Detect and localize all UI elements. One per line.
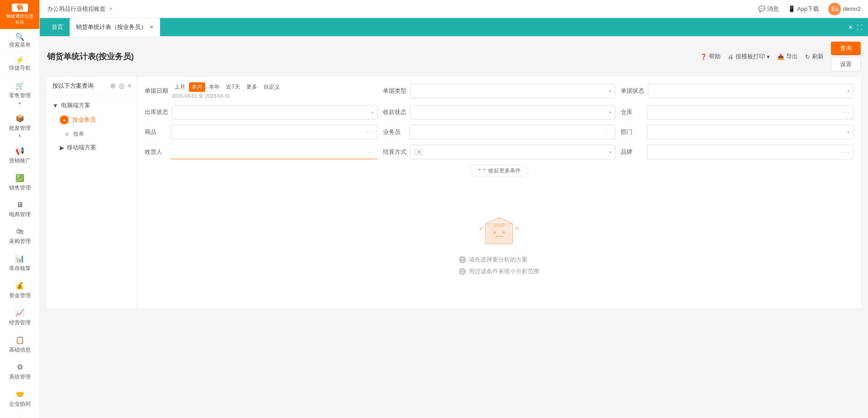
filter-receiver: 收货人 ··· [145, 145, 377, 159]
brand-control[interactable]: ··· [647, 145, 854, 159]
svg-point-3 [493, 231, 496, 234]
export-icon: 📤 [777, 53, 784, 60]
logo-text: 畅捷通好生意 [6, 13, 33, 19]
page-title: 销货单统计表(按业务员) [47, 51, 134, 62]
app-download-button[interactable]: 📱 App下载 [788, 5, 819, 13]
settings-scheme-icon[interactable]: ◎ [118, 81, 125, 90]
top-header: 办公用品行业模拟账套 ▾ 💬 消息 📱 App下载 Ea demo2 [40, 0, 868, 18]
sidebar-item-wholesale[interactable]: 📦 批发管理 ▲ [0, 109, 39, 142]
scheme-dot: ● [60, 115, 69, 124]
filter-payment: 结算方式 × [383, 145, 616, 159]
refresh-button[interactable]: ↻ 刷新 [805, 52, 824, 61]
left-panel-header: 按以下方案查询 ⊕ ◎ « [47, 77, 137, 95]
tab-home[interactable]: 首页 [45, 18, 70, 36]
sidebar-item-finance[interactable]: 💰 资金管理 [0, 277, 39, 304]
filter-doc-type: 单据类型 [383, 84, 616, 98]
help-button[interactable]: ❓ 帮助 [700, 52, 721, 61]
page-title-bar: 销货单统计表(按业务员) ❓ 帮助 🖨 按模板打印 ▾ 📤 导出 ↻ 刷新 [47, 42, 861, 71]
out-status-control[interactable] [172, 105, 377, 119]
mobile-category[interactable]: ▶ 移动端方案 [47, 141, 137, 154]
date-btn-more[interactable]: 更多 [244, 82, 260, 92]
scheme-item-salesperson[interactable]: ● 按业务员 [47, 112, 137, 128]
query-button[interactable]: 查询 [831, 42, 861, 55]
date-options-bar: 上月 本月 本年 近7天 更多 自定义 [172, 82, 377, 92]
collapse-button[interactable]: ⌃⌃ 收起更多条件 [470, 165, 528, 177]
desktop-category[interactable]: ▼ 电脑端方案 [47, 99, 137, 112]
scheme-sub-item-order[interactable]: ⊞ 按单 [47, 128, 137, 141]
payment-control[interactable]: × [410, 145, 616, 159]
header-actions: 💬 消息 📱 App下载 Ea demo2 [758, 3, 861, 15]
sidebar-item-operations[interactable]: 📈 经营管理 [0, 304, 39, 331]
sidebar-item-basic[interactable]: 📋 基础信息 [0, 331, 39, 358]
tab-report[interactable]: 销货单统计表（按业务员） ✕ [70, 18, 160, 36]
receiver-control[interactable]: ··· [171, 145, 377, 159]
settings-button[interactable]: 设置 [831, 57, 861, 71]
collapse-panel-icon[interactable]: « [127, 81, 132, 90]
date-btn-7days[interactable]: 近7天 [223, 82, 243, 92]
salesperson-dots: ··· [605, 128, 612, 136]
right-filter-panel: 单据日期 上月 本月 本年 近7天 更多 自定义 2023-03-01 至 20… [137, 77, 861, 308]
salesperson-control[interactable]: ··· [409, 125, 616, 139]
export-button[interactable]: 📤 导出 [777, 52, 798, 61]
ecommerce-icon: 🖥 [16, 201, 24, 209]
receipt-status-control[interactable] [410, 105, 616, 119]
order-icon: ⊞ [63, 131, 71, 138]
date-range-text: 2023-03-01 至 2023-03-31 [172, 93, 377, 100]
workspace-title: 办公用品行业模拟账套 [47, 5, 106, 13]
workspace-dropdown-icon[interactable]: ▾ [109, 5, 113, 12]
warehouse-control[interactable]: ··· [647, 105, 854, 119]
sidebar-item-purchase[interactable]: 🛍 采购管理 [0, 223, 39, 250]
department-label: 部门 [621, 128, 643, 136]
print-dropdown-icon: ▾ [767, 53, 770, 60]
filter-doc-status: 单据状态 [621, 84, 854, 98]
hint-step-1: 1 请先选择要分析的方案 [459, 256, 539, 264]
sidebar-item-search[interactable]: 🔍 搜索菜单 [0, 29, 39, 53]
sidebar-item-marketing[interactable]: 📢 营销推广 [0, 142, 39, 169]
receiver-label: 收货人 [145, 148, 167, 156]
marketing-icon: 📢 [15, 147, 24, 155]
tab-expand-icon[interactable]: ⛶ [857, 24, 863, 31]
svg-rect-2 [494, 223, 505, 227]
payment-tag-close[interactable]: × [418, 149, 421, 155]
sidebar-item-corp[interactable]: 🤝 企业协同 [0, 385, 39, 413]
logo-icon: 畅 [12, 4, 28, 12]
filter-out-status: 出库状态 [145, 105, 377, 119]
sidebar-item-inventory[interactable]: 📊 库存核算 [0, 250, 39, 277]
doc-status-control[interactable] [648, 84, 854, 98]
department-arrow [847, 130, 849, 135]
sidebar-item-retail[interactable]: 🛒 零售管理 ▲ [0, 77, 39, 109]
warehouse-label: 仓库 [621, 108, 643, 116]
tab-close-icon[interactable]: ✕ [149, 24, 154, 30]
date-btn-last-month[interactable]: 上月 [172, 82, 188, 92]
sidebar-item-quicknav[interactable]: ⚡ 快捷导航 [0, 53, 39, 75]
basic-icon: 📋 [15, 336, 24, 344]
workspace-info: 办公用品行业模拟账套 ▾ [47, 5, 113, 13]
payment-arrow [609, 150, 611, 155]
date-btn-custom[interactable]: 自定义 [261, 82, 283, 92]
doc-type-control[interactable] [410, 84, 616, 98]
add-scheme-icon[interactable]: ⊕ [110, 81, 116, 90]
finance-icon: 💰 [15, 281, 24, 290]
out-status-label: 出库状态 [145, 108, 168, 116]
department-control[interactable] [647, 125, 854, 139]
print-icon: 🖨 [728, 53, 734, 60]
out-status-arrow [371, 110, 373, 115]
sidebar-item-sales[interactable]: 💹 销售管理 [0, 169, 39, 196]
message-button[interactable]: 💬 消息 [758, 5, 779, 13]
print-button[interactable]: 🖨 按模板打印 ▾ [728, 52, 770, 61]
app-logo: 畅 畅捷通好生意 标版 [0, 0, 40, 29]
scheme-panel-title: 按以下方案查询 [52, 82, 94, 90]
download-icon: 📱 [788, 5, 795, 12]
product-control[interactable]: ··· [171, 125, 377, 139]
date-btn-this-month[interactable]: 本月 [189, 82, 205, 92]
tab-close-window-icon[interactable]: ✕ [848, 24, 853, 31]
sidebar-item-newuser[interactable]: 🌟 新手引导 [0, 413, 39, 418]
receipt-status-arrow [609, 110, 611, 115]
system-icon: ⚙ [17, 363, 23, 371]
user-avatar-button[interactable]: Ea demo2 [828, 3, 861, 15]
sidebar-item-system[interactable]: ⚙ 系统管理 [0, 358, 39, 385]
filter-product: 商品 ··· [145, 125, 377, 139]
corp-icon: 🤝 [15, 390, 24, 399]
date-btn-this-year[interactable]: 本年 [206, 82, 222, 92]
sidebar-item-ecommerce[interactable]: 🖥 电商管理 [0, 196, 39, 223]
